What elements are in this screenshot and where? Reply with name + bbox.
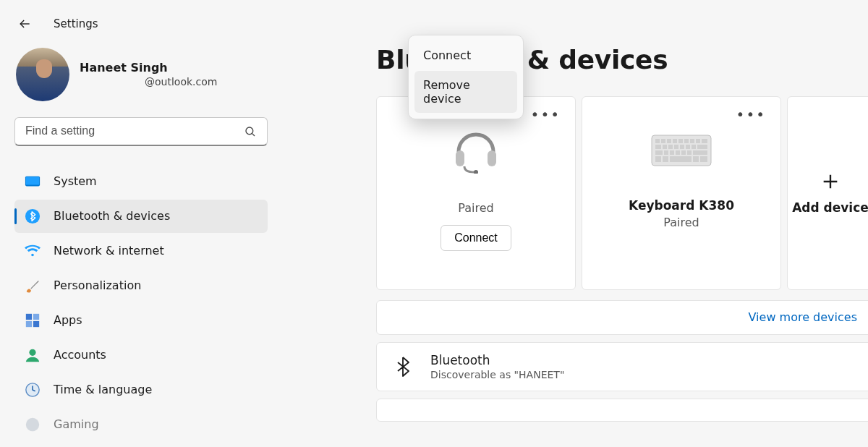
sidebar-item-system[interactable]: System [14, 165, 268, 198]
svg-rect-11 [456, 150, 464, 166]
svg-rect-38 [693, 150, 707, 155]
search-input[interactable] [14, 117, 268, 146]
sidebar-item-label: Personalization [54, 278, 141, 292]
sidebar-item-bluetooth[interactable]: Bluetooth & devices [14, 200, 268, 233]
search-wrap [14, 117, 268, 146]
plus-icon [820, 171, 841, 192]
connect-button[interactable]: Connect [441, 225, 511, 251]
profile-name: Haneet Singh [80, 61, 217, 74]
svg-rect-27 [674, 145, 678, 149]
svg-rect-30 [692, 145, 696, 149]
svg-rect-2 [26, 176, 39, 184]
svg-rect-29 [686, 145, 690, 149]
svg-rect-41 [670, 156, 692, 162]
sidebar-item-label: Bluetooth & devices [54, 209, 170, 223]
arrow-left-icon [17, 17, 32, 31]
svg-rect-21 [690, 139, 694, 143]
sidebar-item-apps[interactable]: Apps [14, 304, 268, 337]
svg-rect-12 [488, 150, 496, 166]
svg-rect-31 [697, 145, 707, 149]
svg-rect-35 [676, 150, 680, 155]
sidebar-item-accounts[interactable]: Accounts [14, 339, 268, 372]
paintbrush-icon [25, 278, 41, 294]
search-icon[interactable] [243, 124, 258, 139]
app-title: Settings [54, 17, 98, 30]
device-card-keyboard[interactable]: ••• Keyboard K380 Paired [582, 96, 781, 290]
keyboard-icon [651, 124, 712, 176]
svg-point-8 [29, 349, 35, 355]
sidebar-item-personalization[interactable]: Personalization [14, 269, 268, 302]
svg-rect-28 [680, 145, 684, 149]
device-card-headset[interactable]: ••• Paired Connect [376, 96, 576, 290]
bluetooth-title: Bluetooth [430, 353, 564, 367]
svg-rect-33 [664, 150, 668, 155]
svg-rect-25 [663, 145, 667, 149]
svg-rect-40 [663, 156, 668, 162]
device-name: Keyboard K380 [629, 198, 734, 213]
svg-rect-15 [655, 139, 660, 143]
back-button[interactable] [16, 15, 33, 33]
content-area: Bluetooth & devices ••• Paired Connect •… [282, 35, 868, 447]
svg-rect-20 [684, 139, 689, 143]
svg-rect-24 [655, 145, 661, 149]
sidebar-item-label: Network & internet [54, 244, 164, 257]
view-more-link[interactable]: View more devices [749, 310, 857, 324]
svg-rect-6 [26, 320, 32, 326]
svg-rect-39 [655, 156, 661, 162]
avatar [16, 48, 69, 101]
svg-rect-5 [33, 313, 39, 319]
svg-rect-36 [681, 150, 686, 155]
sidebar-item-label: System [54, 174, 97, 188]
context-menu: Connect Remove device [408, 35, 524, 119]
bluetooth-setting-row[interactable]: Bluetooth Discoverable as "HANEET" [376, 342, 868, 391]
system-icon [25, 174, 41, 190]
bluetooth-icon [25, 208, 41, 224]
bluetooth-glyph-icon [393, 357, 413, 377]
svg-rect-23 [702, 139, 707, 143]
svg-rect-22 [696, 139, 700, 143]
wifi-icon [25, 243, 41, 259]
apps-icon [25, 312, 41, 328]
svg-rect-16 [661, 139, 665, 143]
svg-rect-26 [668, 145, 673, 149]
svg-rect-4 [26, 313, 32, 319]
svg-rect-34 [670, 150, 674, 155]
svg-rect-17 [667, 139, 671, 143]
device-status: Paired [458, 201, 493, 215]
svg-point-0 [246, 127, 253, 135]
accounts-icon [25, 347, 41, 363]
menu-item-connect[interactable]: Connect [414, 41, 517, 69]
svg-rect-37 [687, 150, 692, 155]
bluetooth-subtitle: Discoverable as "HANEET" [430, 369, 564, 380]
view-more-row[interactable]: View more devices [376, 300, 868, 335]
add-device-label: Add device [792, 200, 868, 215]
sidebar-item-time[interactable]: Time & language [14, 373, 268, 406]
menu-item-remove[interactable]: Remove device [414, 71, 517, 113]
sidebar-item-label: Time & language [54, 383, 152, 396]
sidebar-item-gaming[interactable]: Gaming [14, 408, 268, 441]
svg-rect-7 [33, 320, 39, 326]
more-button[interactable]: ••• [732, 104, 770, 124]
next-row-partial[interactable] [376, 399, 868, 422]
add-device-card[interactable]: Add device [787, 96, 868, 290]
titlebar: Settings [0, 0, 868, 35]
svg-rect-19 [678, 139, 683, 143]
svg-point-13 [474, 170, 478, 174]
clock-icon [25, 382, 41, 398]
device-status: Paired [663, 216, 699, 229]
svg-point-3 [25, 208, 40, 223]
sidebar-item-label: Gaming [54, 417, 99, 431]
headset-icon [450, 124, 502, 176]
svg-rect-18 [673, 139, 677, 143]
sidebar-item-label: Apps [54, 313, 82, 327]
more-button[interactable]: ••• [527, 104, 565, 124]
sidebar-item-label: Accounts [54, 348, 106, 362]
svg-rect-43 [700, 156, 707, 162]
sidebar-item-network[interactable]: Network & internet [14, 234, 268, 268]
profile-email: @outlook.com [80, 76, 217, 88]
svg-point-10 [26, 417, 39, 430]
svg-rect-32 [655, 150, 663, 155]
nav-list: System Bluetooth & devices Network & int… [14, 165, 268, 441]
profile-block[interactable]: Haneet Singh @outlook.com [14, 48, 268, 101]
svg-rect-42 [693, 156, 699, 162]
